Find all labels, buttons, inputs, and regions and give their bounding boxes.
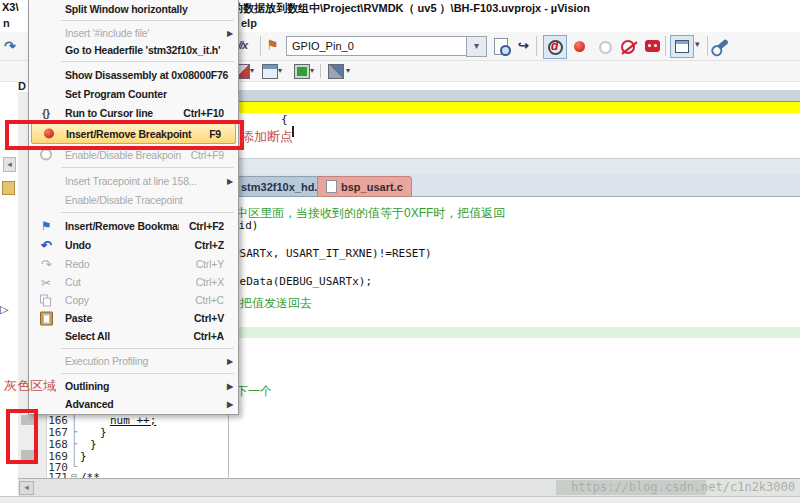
debug-windows-button[interactable] [670, 35, 694, 58]
insert-breakpoint-icon[interactable] [574, 41, 585, 52]
debug-session-button[interactable]: d [543, 35, 567, 59]
menu-separator [61, 167, 234, 168]
toolbar-separator [536, 36, 537, 56]
disable-all-breakpoints-icon[interactable] [621, 40, 635, 54]
menu-item-insert-tracepoint[interactable]: Insert Tracepoint at line 158... ▶ [29, 171, 238, 190]
watch-window-icon[interactable] [262, 64, 278, 79]
line-number[interactable]: 167 [44, 426, 68, 438]
tab-label: bsp_usart.c [341, 181, 403, 193]
no-icon [37, 25, 55, 40]
menubar-left-fragment[interactable]: n [3, 17, 10, 29]
bookmark-flag-icon: ⚑ [37, 218, 55, 233]
fold-mark: ├ [68, 438, 80, 450]
highlighted-code-row [228, 327, 800, 338]
toolbar-separator [707, 36, 708, 56]
annotation-add-breakpoint: 添加断点 [241, 128, 293, 146]
analysis-dropdown-caret[interactable]: ▾ [250, 66, 254, 75]
menu-item-set-program-counter[interactable]: Set Program Counter [29, 84, 238, 103]
document-icon [326, 180, 337, 193]
kill-all-breakpoints-icon[interactable] [645, 40, 660, 52]
horizontal-scrollbar[interactable]: ◂ https://blog.csdn.net/c1n2k3000 [18, 478, 800, 496]
toolbar-separator [665, 36, 666, 56]
menu-item-split-window-horizontally[interactable]: Split Window horizontally [29, 0, 238, 17]
memory-dropdown-caret[interactable]: ▾ [310, 66, 314, 75]
current-execution-line [228, 102, 800, 113]
comment-lines-icon[interactable]: //x [238, 39, 247, 51]
find-in-files-icon[interactable] [494, 38, 508, 55]
no-icon [37, 354, 55, 369]
menu-item-advanced[interactable]: Advanced ▶ [29, 395, 238, 413]
code-line: 168 ├ } [44, 438, 798, 450]
menu-item-show-disassembly[interactable]: Show Disassembly at 0x08000F76 [29, 65, 238, 84]
menubar-help-fragment[interactable]: elp [241, 17, 257, 29]
tab-bsp-usart[interactable]: bsp_usart.c [317, 176, 412, 197]
menu-item-cut[interactable]: ✂ Cut Ctrl+X [29, 273, 238, 291]
menu-item-insert-remove-bookmark[interactable]: ⚑ Insert/Remove Bookmark Ctrl+F2 [29, 216, 238, 235]
menu-item-select-all[interactable]: Select All Ctrl+A [29, 327, 238, 345]
comment-next: 下一个 [236, 383, 272, 400]
goto-arrow-icon[interactable]: ↪ [518, 38, 529, 53]
menu-item-redo[interactable]: ↷ Redo Ctrl+Y [29, 254, 238, 273]
window-title: 的数据放到数组中\Project\RVMDK（ uv5 ）\BH-F103.uv… [232, 1, 590, 16]
uvision-window: X3\ 的数据放到数组中\Project\RVMDK（ uv5 ）\BH-F10… [0, 0, 800, 503]
current-line-pointer-icon: ▷ [0, 303, 8, 316]
scrollbar-left-arrow[interactable]: ◂ [19, 481, 34, 495]
memory-window-icon[interactable] [294, 64, 310, 79]
configure-wrench-icon[interactable] [714, 39, 729, 52]
menu-separator [61, 20, 234, 21]
code-if-fragment: USARTx, USART_IT_RXNE)!=RESET) [233, 247, 432, 260]
combobox-dropdown-button[interactable]: ▾ [466, 36, 487, 57]
code-line: 166 │ num ++; [44, 414, 798, 426]
fold-mark: ├ [68, 426, 80, 438]
window-icon [675, 40, 689, 53]
watch-dropdown-caret[interactable]: ▾ [278, 66, 282, 75]
csdn-watermark: https://blog.csdn.net/c1n2k3000 [571, 480, 795, 494]
toolbar-separator [260, 36, 261, 56]
menu-item-execution-profiling[interactable]: Execution Profiling ▶ [29, 352, 238, 370]
menu-separator [61, 212, 234, 213]
tab-label: stm32f10x_hd.s [241, 181, 324, 193]
symbol-combobox-value: GPIO_Pin_0 [292, 40, 354, 52]
undo-toolbar-icon[interactable]: ↷ [4, 38, 16, 54]
menu-item-outlining[interactable]: Outlining ▶ [29, 377, 238, 395]
submenu-arrow-icon: ▶ [227, 28, 233, 37]
annotation-box-gutter-area [6, 409, 38, 464]
comment-send-back: 把值发送回去 [240, 295, 312, 312]
no-icon [37, 67, 55, 82]
menu-item-undo[interactable]: ↶ Undo Ctrl+Z [29, 235, 238, 254]
symbol-combobox[interactable]: GPIO_Pin_0 [286, 36, 471, 56]
menu-item-copy[interactable]: Copy Ctrl+C [29, 291, 238, 309]
menu-item-insert-include-file[interactable]: Insert '#include file' ▶ [29, 24, 238, 41]
menu-item-go-to-headerfile[interactable]: Go to Headerfile 'stm32f10x_it.h' [29, 41, 238, 58]
pane-header-band [228, 90, 800, 102]
menu-item-enable-disable-tracepoint[interactable]: Enable/Disable Tracepoint [29, 190, 238, 209]
title-left-fragment: X3\ [2, 1, 19, 13]
document-tabbar: stm32f10x_hd.s bsp_usart.c [228, 174, 800, 197]
line-number[interactable]: 166 [44, 414, 68, 426]
no-icon [37, 192, 55, 207]
fold-mark: │ [68, 414, 80, 426]
code-text: num ++; [80, 414, 156, 426]
annotation-gray-area: 灰色区域 [4, 377, 56, 395]
redo-icon: ↷ [37, 256, 55, 271]
copy-icon [37, 293, 55, 308]
toolbox-icon[interactable] [328, 64, 344, 79]
code-text: } [80, 438, 97, 450]
enable-breakpoint-icon[interactable] [599, 41, 612, 54]
pane-gap [228, 158, 800, 175]
no-icon [37, 86, 55, 101]
debug-d-glyph: d [551, 39, 558, 53]
menu-separator [61, 61, 234, 62]
toolbox-dropdown-caret[interactable]: ▾ [346, 66, 350, 75]
no-icon [37, 1, 55, 16]
annotation-box-breakpoint-menu-item [5, 120, 244, 150]
line-number[interactable]: 168 [44, 438, 68, 450]
scroll-left-button[interactable]: ◂ [3, 157, 16, 172]
windows-dropdown-caret[interactable]: ▾ [695, 39, 700, 49]
paste-clipboard-icon [37, 311, 55, 326]
submenu-arrow-icon: ▶ [227, 400, 233, 409]
submenu-arrow-icon: ▶ [227, 382, 233, 391]
code-line: 167 ├ } [44, 426, 798, 438]
bookmark-flag-icon[interactable]: ⚑ [266, 37, 279, 53]
menu-item-paste[interactable]: Paste Ctrl+V [29, 309, 238, 327]
